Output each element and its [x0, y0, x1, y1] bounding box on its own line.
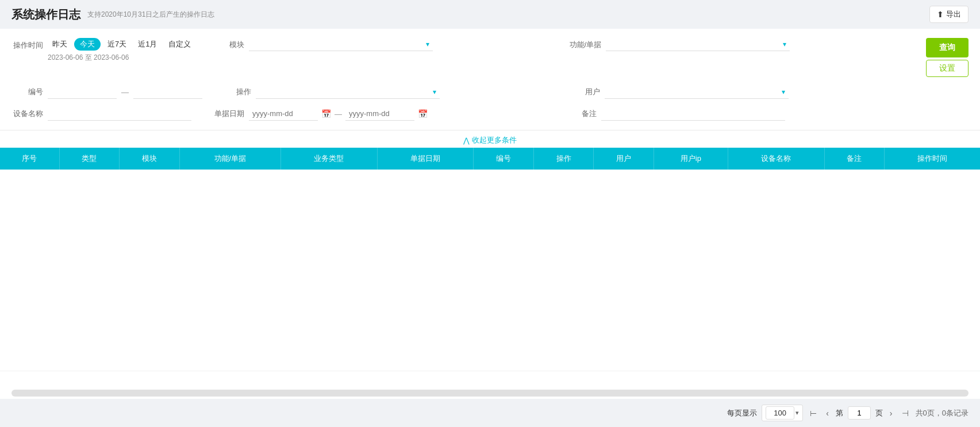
voucher-date-dash: —	[335, 110, 342, 118]
export-label: 导出	[946, 9, 961, 20]
table-container: 序号 类型 模块 功能/单据 业务类型 单据日期 编号 操作 用户 用户ip 设…	[0, 148, 980, 387]
date-tab-7days[interactable]: 近7天	[103, 38, 131, 51]
export-button[interactable]: ⬆ 导出	[929, 6, 969, 23]
module-label: 模块	[213, 40, 244, 50]
function-label: 功能/单据	[570, 40, 602, 50]
voucher-date-from[interactable]	[249, 107, 318, 121]
next-page-button[interactable]: ›	[887, 407, 895, 419]
col-module: 模块	[120, 148, 179, 170]
date-tab-custom[interactable]: 自定义	[164, 38, 195, 51]
page-label: 第	[836, 408, 843, 418]
calendar-to-icon[interactable]: 📅	[418, 109, 428, 118]
prev-page-button[interactable]: ‹	[824, 407, 831, 419]
voucher-date-to[interactable]	[345, 107, 414, 121]
col-operation: 操作	[533, 148, 593, 170]
horizontal-scrollbar[interactable]	[11, 390, 969, 397]
collapse-chevron-icon: ⋀	[463, 136, 470, 145]
page-size-label: 每页显示	[727, 408, 757, 418]
export-icon: ⬆	[937, 10, 944, 19]
date-range-text: 2023-06-06 至 2023-06-06	[48, 53, 195, 63]
page-title: 系统操作日志	[11, 7, 80, 22]
operation-label: 操作	[220, 87, 251, 97]
col-user: 用户	[594, 148, 654, 170]
module-select[interactable]: ▾	[249, 38, 433, 51]
module-chevron-icon: ▾	[426, 40, 429, 48]
collapse-label: 收起更多条件	[472, 135, 517, 145]
col-op-time: 操作时间	[884, 148, 980, 170]
user-chevron-icon: ▾	[782, 88, 785, 96]
query-button[interactable]: 查询	[926, 38, 969, 57]
page-size-value: 100	[766, 406, 794, 420]
function-select[interactable]: ▾	[606, 38, 790, 51]
number-from-input[interactable]	[48, 85, 117, 99]
date-tab-today[interactable]: 今天	[74, 38, 101, 51]
page-size-chevron-icon[interactable]: ▾	[795, 409, 799, 417]
user-label: 用户	[568, 87, 600, 97]
date-filter-group: 昨天 今天 近7天 近1月 自定义 2023-06-06 至 2023-06-0…	[48, 38, 195, 63]
pagination: 每页显示 100 ▾ ⊢ ‹ 第 页 › ⊣ 共0页，0条记录	[0, 399, 980, 427]
voucher-date-label: 单据日期	[213, 109, 244, 119]
col-function: 功能/单据	[179, 148, 280, 170]
total-info: 共0页，0条记录	[916, 408, 969, 418]
function-chevron-icon: ▾	[783, 40, 786, 48]
col-voucher-date: 单据日期	[377, 148, 474, 170]
col-number: 编号	[474, 148, 533, 170]
col-user-ip: 用户ip	[654, 148, 728, 170]
table-header-row: 序号 类型 模块 功能/单据 业务类型 单据日期 编号 操作 用户 用户ip 设…	[0, 148, 980, 170]
operation-select[interactable]: ▾	[256, 86, 440, 99]
action-buttons: 查询 设置	[926, 38, 969, 77]
user-select[interactable]: ▾	[605, 86, 789, 99]
device-label: 设备名称	[11, 109, 43, 119]
operation-time-label: 操作时间	[11, 38, 43, 51]
date-tab-1month[interactable]: 近1月	[133, 38, 162, 51]
col-biz-type: 业务类型	[281, 148, 378, 170]
number-dash: —	[121, 88, 129, 97]
number-to-input[interactable]	[133, 85, 202, 99]
first-page-button[interactable]: ⊢	[808, 407, 819, 419]
col-type: 类型	[59, 148, 119, 170]
remark-label: 备注	[565, 109, 597, 119]
collapse-button[interactable]: ⋀ 收起更多条件	[463, 135, 517, 145]
filter-area: 操作时间 昨天 今天 近7天 近1月 自定义 2023-06-06 至 2023…	[0, 29, 980, 130]
remark-input[interactable]	[601, 107, 785, 121]
scrollbar-area	[0, 387, 980, 399]
col-remark: 备注	[824, 148, 884, 170]
data-table: 序号 类型 模块 功能/单据 业务类型 单据日期 编号 操作 用户 用户ip 设…	[0, 148, 980, 371]
page-number-input[interactable]	[848, 406, 871, 420]
col-seq: 序号	[0, 148, 59, 170]
page-subtitle: 支持2020年10月31日之后产生的操作日志	[87, 10, 214, 20]
last-page-button[interactable]: ⊣	[900, 407, 911, 419]
operation-chevron-icon: ▾	[433, 88, 436, 96]
page-unit: 页	[875, 408, 883, 418]
col-device: 设备名称	[728, 148, 824, 170]
calendar-from-icon[interactable]: 📅	[321, 109, 331, 118]
voucher-date-group: 📅 — 📅	[249, 107, 428, 121]
empty-row	[0, 170, 980, 371]
settings-button[interactable]: 设置	[926, 60, 969, 77]
device-input[interactable]	[48, 107, 191, 121]
collapse-row: ⋀ 收起更多条件	[0, 130, 980, 148]
number-label: 编号	[11, 87, 43, 97]
date-tab-yesterday[interactable]: 昨天	[48, 38, 72, 51]
